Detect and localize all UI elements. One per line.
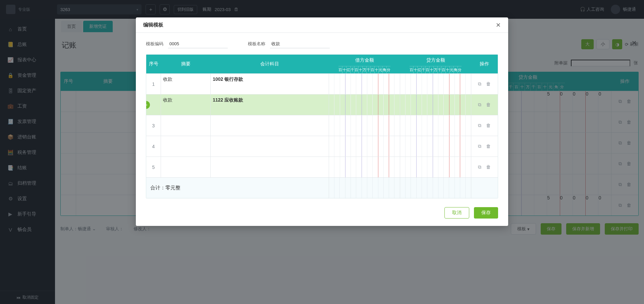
row-debit[interactable] (329, 115, 400, 136)
digit-cell[interactable] (427, 74, 433, 94)
digit-cell[interactable] (389, 115, 394, 136)
row-account[interactable] (211, 157, 329, 177)
digit-cell[interactable] (422, 178, 427, 198)
digit-cell[interactable] (466, 157, 471, 177)
digit-cell[interactable] (422, 95, 427, 115)
digit-cell[interactable] (449, 157, 455, 177)
digit-cell[interactable] (384, 178, 389, 198)
digit-cell[interactable] (466, 178, 471, 198)
digit-cell[interactable] (444, 95, 449, 115)
digit-cell[interactable] (362, 95, 367, 115)
copy-row-icon[interactable]: ⧉ (478, 164, 481, 170)
digit-cell[interactable] (378, 115, 384, 136)
digit-cell[interactable] (411, 115, 416, 136)
digit-cell[interactable] (460, 115, 466, 136)
template-name-input[interactable] (270, 40, 330, 48)
digit-cell[interactable] (433, 136, 438, 157)
digit-cell[interactable] (362, 178, 367, 198)
digit-cell[interactable] (455, 157, 460, 177)
digit-cell[interactable] (345, 136, 351, 157)
digit-cell[interactable] (444, 157, 449, 177)
row-digest[interactable] (161, 136, 211, 157)
digit-cell[interactable] (373, 178, 378, 198)
row-credit[interactable] (400, 136, 471, 157)
row-credit[interactable] (400, 74, 471, 94)
digit-cell[interactable] (406, 115, 411, 136)
digit-cell[interactable] (340, 115, 345, 136)
digit-cell[interactable] (417, 95, 422, 115)
digit-cell[interactable] (400, 115, 406, 136)
digit-cell[interactable] (455, 136, 460, 157)
digit-cell[interactable] (362, 136, 367, 157)
digit-cell[interactable] (455, 178, 460, 198)
digit-cell[interactable] (389, 95, 394, 115)
digit-cell[interactable] (389, 74, 394, 94)
row-debit[interactable] (329, 74, 400, 94)
digit-cell[interactable] (384, 95, 389, 115)
digit-cell[interactable] (351, 157, 356, 177)
digit-cell[interactable] (460, 74, 466, 94)
digit-cell[interactable] (351, 136, 356, 157)
digit-cell[interactable] (400, 178, 406, 198)
digit-cell[interactable] (378, 95, 384, 115)
row-digest[interactable] (161, 115, 211, 136)
digit-cell[interactable] (433, 115, 438, 136)
copy-row-icon[interactable]: ⧉ (478, 143, 481, 149)
copy-row-icon[interactable]: ⧉ (478, 81, 481, 87)
digit-cell[interactable] (455, 115, 460, 136)
copy-row-icon[interactable]: ⧉ (478, 123, 481, 128)
digit-cell[interactable] (394, 115, 399, 136)
digit-cell[interactable] (411, 157, 416, 177)
digit-cell[interactable] (394, 136, 399, 157)
digit-cell[interactable] (345, 157, 351, 177)
delete-row-icon[interactable]: 🗑 (486, 102, 491, 108)
row-digest[interactable] (161, 157, 211, 177)
digit-cell[interactable] (438, 157, 444, 177)
delete-row-icon[interactable]: 🗑 (486, 164, 491, 170)
digit-cell[interactable] (356, 178, 362, 198)
digit-cell[interactable] (329, 178, 334, 198)
digit-cell[interactable] (373, 95, 378, 115)
digit-cell[interactable] (466, 95, 471, 115)
digit-cell[interactable] (427, 178, 433, 198)
digit-cell[interactable] (367, 74, 373, 94)
digit-cell[interactable] (417, 157, 422, 177)
row-credit[interactable] (400, 95, 471, 115)
row-credit[interactable] (400, 157, 471, 177)
digit-cell[interactable] (329, 136, 334, 157)
digit-cell[interactable] (329, 157, 334, 177)
digit-cell[interactable] (460, 157, 466, 177)
digit-cell[interactable] (329, 115, 334, 136)
digit-cell[interactable] (422, 74, 427, 94)
digit-cell[interactable] (417, 178, 422, 198)
digit-cell[interactable] (444, 74, 449, 94)
digit-cell[interactable] (406, 74, 411, 94)
digit-cell[interactable] (356, 136, 362, 157)
digit-cell[interactable] (351, 74, 356, 94)
digit-cell[interactable] (444, 115, 449, 136)
row-credit[interactable] (400, 115, 471, 136)
digit-cell[interactable] (427, 95, 433, 115)
digit-cell[interactable] (411, 74, 416, 94)
digit-cell[interactable] (466, 115, 471, 136)
row-account[interactable]: 1002 银行存款 (211, 74, 329, 94)
digit-cell[interactable] (394, 178, 399, 198)
digit-cell[interactable] (345, 95, 351, 115)
digit-cell[interactable] (460, 95, 466, 115)
row-digest[interactable]: 收款 (161, 95, 211, 115)
row-account[interactable]: 1122 应收账款 (211, 95, 329, 115)
digit-cell[interactable] (384, 115, 389, 136)
digit-cell[interactable] (433, 157, 438, 177)
digit-cell[interactable] (345, 115, 351, 136)
digit-cell[interactable] (373, 136, 378, 157)
digit-cell[interactable] (378, 157, 384, 177)
digit-cell[interactable] (406, 136, 411, 157)
digit-cell[interactable] (444, 136, 449, 157)
digit-cell[interactable] (394, 157, 399, 177)
digit-cell[interactable] (449, 95, 455, 115)
delete-row-icon[interactable]: 🗑 (486, 143, 491, 149)
digit-cell[interactable] (427, 115, 433, 136)
digit-cell[interactable] (345, 74, 351, 94)
digit-cell[interactable] (367, 136, 373, 157)
digit-cell[interactable] (433, 178, 438, 198)
